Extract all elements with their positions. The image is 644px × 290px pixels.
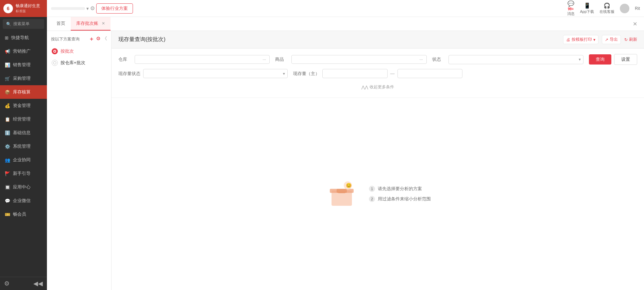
range-sep: — [390, 71, 395, 76]
trial-btn[interactable]: 体验行业方案 [96, 3, 133, 14]
sidebar-item-marketing[interactable]: 📢 营销推广 [0, 44, 47, 58]
export-button[interactable]: ↗ 导出 [602, 35, 621, 44]
tip-num-1: 1 [369, 186, 375, 192]
sidebar-item-finance[interactable]: 💰 资金管理 [0, 99, 47, 112]
form-row-1: 仓库 ··· 商品 ··· 状态 [118, 54, 637, 65]
collapse-label: 收起更多条件 [370, 84, 394, 90]
warehouse-input[interactable]: ··· [135, 55, 270, 64]
sidebar-item-wechat[interactable]: 💬 企业微信 [0, 194, 47, 207]
sidebar-search[interactable]: 🔍 搜索菜单 [3, 19, 44, 29]
flag-icon: 🚩 [5, 171, 10, 176]
nav-label: 应用中心 [13, 184, 31, 190]
service-label: 在线客服 [599, 9, 614, 14]
warehouse-label: 仓库 [118, 56, 132, 62]
scheme-item-by-warehouse-batch[interactable]: 按仓库+批次 [47, 57, 111, 69]
print-icon: 🖨 [566, 37, 570, 42]
sidebar-item-basic[interactable]: ℹ️ 基础信息 [0, 126, 47, 140]
box-icon: 📦 [5, 90, 10, 95]
apps-icon: 🔲 [5, 185, 10, 190]
people-icon: 👥 [5, 158, 10, 163]
scheme-item-by-batch[interactable]: 按批次 [47, 46, 111, 57]
search-icon: 🔍 [6, 22, 11, 26]
scheme-query-label: 按以下方案查询 [51, 36, 80, 42]
right-panel-inner: 现存量查询(按批次) 🖨 按模板打印 ▾ ↗ 导出 ↻ [112, 31, 644, 290]
sidebar-item-system[interactable]: ⚙️ 系统管理 [0, 140, 47, 153]
print-dropdown-icon[interactable]: ▾ [593, 37, 595, 42]
nav-label: 系统管理 [13, 143, 31, 149]
sidebar-company-name: 畅康通好生意 [16, 3, 40, 9]
collapse-sidebar-icon[interactable]: ◀◀ [33, 280, 43, 287]
status-label: 状态 [432, 56, 446, 62]
tab-close-right-icon[interactable]: ✕ [630, 19, 640, 29]
tab-inventory-batch-label: 库存批次账 [76, 21, 98, 26]
collapse-panel-icon[interactable]: 《 [102, 36, 107, 43]
refresh-button[interactable]: ↻ 刷新 [624, 37, 637, 42]
query-button[interactable]: 查询 [589, 54, 611, 65]
tip-text-2: 用过滤条件来缩小分析范围 [378, 196, 431, 202]
sidebar-item-operation[interactable]: 📋 经营管理 [0, 112, 47, 126]
left-scheme-panel: 按以下方案查询 ＋ ⊙ 《 按批次 按仓库+批次 [47, 31, 112, 290]
settings-scheme-button[interactable]: ⊙ [96, 36, 100, 43]
nav-label: 快捷导航 [11, 35, 29, 41]
product-input[interactable]: ··· [291, 55, 426, 64]
settings-footer-icon[interactable]: ⚙ [4, 280, 10, 287]
user-avatar[interactable] [620, 4, 629, 13]
topbar-gear-icon[interactable]: ⚙ [90, 5, 95, 12]
svg-point-1 [54, 51, 55, 52]
sidebar-nav: ⊞ 快捷导航 📢 营销推广 📊 销售管理 🛒 采购管理 📦 库存核算 💰 资金管… [0, 31, 47, 277]
status-select[interactable] [448, 55, 583, 64]
tab-home[interactable]: 首页 [51, 17, 71, 31]
sidebar-item-purchase[interactable]: 🛒 采购管理 [0, 72, 47, 85]
nav-label: 销售管理 [13, 62, 31, 68]
form-row-2: 现存量状态 ▾ 现存量（主） [118, 69, 637, 78]
empty-tip-1: 1 请先选择要分析的方案 [369, 186, 431, 192]
svg-rect-5 [337, 189, 347, 193]
print-template-button[interactable]: 🖨 按模板打印 ▾ [563, 35, 598, 44]
add-scheme-button[interactable]: ＋ [89, 36, 94, 43]
settings-button[interactable]: 设置 [614, 54, 637, 65]
topbar-search-input[interactable] [51, 7, 85, 10]
message-button[interactable]: 💬 99+ 消息 [567, 0, 575, 16]
stock-amount-min-input[interactable] [322, 69, 388, 78]
warehouse-field: 仓库 ··· [118, 55, 270, 64]
sidebar-title-area: 畅康通好生意 标准版 [16, 3, 40, 14]
page-title: 现存量查询(按批次) [118, 36, 166, 43]
sidebar-search-label: 搜索菜单 [13, 21, 30, 27]
nav-label: 经营管理 [13, 116, 31, 122]
product-label: 商品 [275, 56, 289, 62]
tab-close-icon[interactable]: ✕ [102, 21, 105, 26]
collapse-more-btn[interactable]: ⋀⋀ 收起更多条件 [118, 82, 637, 92]
message-label: 消息 [567, 11, 575, 16]
sidebar-item-apps[interactable]: 🔲 应用中心 [0, 180, 47, 194]
cart-icon: 🛒 [5, 76, 10, 81]
tab-home-label: 首页 [56, 21, 65, 26]
sidebar-item-collab[interactable]: 👥 企业协同 [0, 153, 47, 167]
status-select-wrapper: ▾ [448, 55, 583, 64]
sidebar-item-member[interactable]: 🎫 畅会员 [0, 207, 47, 221]
refresh-icon: ↻ [624, 37, 628, 42]
sidebar-item-guide[interactable]: 🚩 新手引导 [0, 167, 47, 180]
money-icon: 💰 [5, 103, 10, 108]
scheme-active-icon [52, 48, 58, 54]
sidebar-item-sales[interactable]: 📊 销售管理 [0, 58, 47, 72]
stock-status-select[interactable] [143, 69, 288, 78]
topbar-dropdown-icon[interactable]: ▾ [86, 6, 89, 11]
username-label[interactable]: Rit [635, 6, 640, 11]
online-service-button[interactable]: 🎧 在线客服 [599, 2, 614, 14]
sidebar-item-quick-nav[interactable]: ⊞ 快捷导航 [0, 31, 47, 44]
svg-point-2 [53, 61, 56, 64]
tab-inventory-batch[interactable]: 库存批次账 ✕ [71, 17, 111, 31]
empty-tips: 1 请先选择要分析的方案 2 用过滤条件来缩小分析范围 [369, 186, 431, 202]
stock-status-select-wrapper: ▾ [143, 69, 288, 78]
scheme-inactive-icon [52, 60, 58, 66]
refresh-label: 刷新 [629, 37, 637, 42]
nav-label: 营销推广 [13, 48, 31, 54]
topbar-right: 💬 99+ 消息 📱 App下载 🎧 在线客服 Rit [567, 0, 640, 16]
app-download-button[interactable]: 📱 App下载 [580, 2, 594, 14]
empty-illustration: 😊 [325, 177, 359, 211]
message-badge: 99+ [568, 7, 574, 11]
sidebar-item-inventory[interactable]: 📦 库存核算 [0, 85, 47, 99]
stock-amount-max-input[interactable] [397, 69, 463, 78]
topbar-left: ▾ ⚙ 体验行业方案 [51, 3, 564, 14]
nav-label: 库存核算 [13, 89, 31, 95]
